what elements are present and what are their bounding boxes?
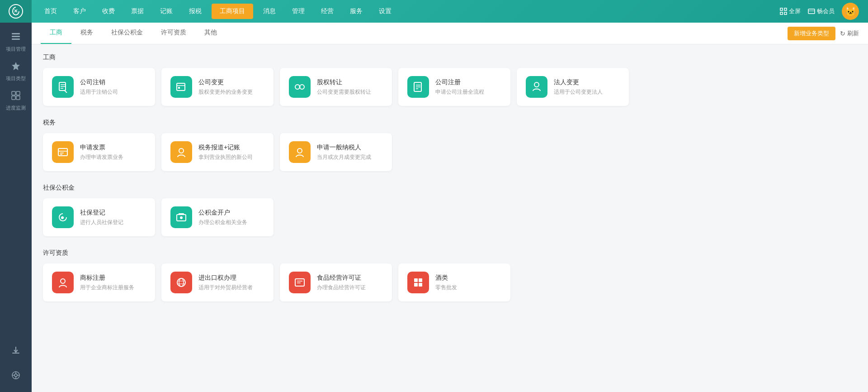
nav-item-bill[interactable]: 票据 [123,0,152,23]
card-fund-open[interactable]: 公积金开户 办理公积金相关业务 [161,198,274,236]
card-desc-import-export: 适用于对外贸易经营者 [198,284,253,292]
card-company-change[interactable]: 公司变更 股权变更外的业务变更 [161,68,274,106]
sidebar-item-progress[interactable]: 进度监测 [0,86,32,115]
sidebar-label-progress: 进度监测 [6,105,26,111]
svg-rect-7 [12,36,20,37]
card-text-legal-change: 法人变更 适用于公司变更法人 [554,78,603,96]
nav-item-service[interactable]: 服务 [342,0,371,23]
project-type-icon [11,61,21,73]
tab-tax[interactable]: 税务 [71,23,102,44]
card-liquor[interactable]: 酒类 零售批发 [398,263,510,301]
card-general-taxpayer[interactable]: 申请一般纳税人 当月或次月成变更完成 [280,133,392,171]
nav-item-settings[interactable]: 设置 [371,0,400,23]
svg-rect-0 [780,8,783,10]
card-title-company-register: 公司注册 [435,78,484,86]
nav-item-tax[interactable]: 报税 [181,0,210,23]
card-title-fund-open: 公积金开户 [198,209,247,217]
card-icon-company-change [170,76,192,98]
nav-menu: 首页 客户 收费 票据 记账 报税 工商项目 消息 管理 经营 服务 设置 [32,0,780,23]
tab-license[interactable]: 许可资质 [152,23,195,44]
svg-point-42 [297,148,302,153]
tabs-list: 工商 税务 社保公积金 许可资质 其他 [41,23,226,44]
card-text-food-license: 食品经营许可证 办理食品经营许可证 [317,274,366,292]
logo-icon [9,4,23,19]
cards-grid-social: 社保登记 进行人员社保登记 公积金开户 办理公积金相关业务 [43,198,857,236]
card-text-company-change: 公司变更 股权变更外的业务变更 [198,78,253,96]
svg-rect-8 [12,38,20,40]
svg-rect-2 [780,12,783,14]
tab-social-insurance[interactable]: 社保公积金 [102,23,152,44]
card-title-company-change: 公司变更 [198,78,253,86]
add-business-type-button[interactable]: 新增业务类型 [788,27,835,40]
nav-item-account[interactable]: 记账 [152,0,181,23]
card-equity-transfer[interactable]: 股权转让 公司变更需要股权转让 [280,68,392,106]
section-commerce: 工商 公司注销 适用于注销公司 [43,53,857,106]
card-icon-food-license [289,272,311,293]
fullscreen-button[interactable]: 全屏 [780,7,801,15]
main-layout: 项目管理 项目类型 进度监测 工商 [0,23,868,392]
card-invoice-apply[interactable]: 申请发票 办理申请发票业务 [43,133,155,171]
refresh-button[interactable]: ↻ 刷新 [840,29,859,38]
section-title-social-insurance: 社保公积金 [43,184,857,192]
sidebar-item-project-management[interactable]: 项目管理 [0,27,32,57]
card-desc-trademark: 用于企业商标注册服务 [80,284,134,292]
card-icon-general-taxpayer [289,141,311,163]
svg-point-48 [179,278,184,287]
card-company-cancel[interactable]: 公司注销 适用于注销公司 [43,68,155,106]
sidebar-bottom-download[interactable] [0,340,32,360]
cards-grid-commerce: 公司注销 适用于注销公司 公司变更 股权变更外的业务变更 [43,68,857,106]
card-legal-change[interactable]: 法人变更 适用于公司变更法人 [517,68,629,106]
nav-item-fee[interactable]: 收费 [94,0,123,23]
cards-grid-tax: 申请发票 办理申请发票业务 税务报道+记账 拿到营业执照的新公司 [43,133,857,171]
nav-item-home[interactable]: 首页 [36,0,65,23]
svg-rect-56 [414,283,418,287]
svg-rect-54 [414,278,418,282]
tab-other[interactable]: 其他 [195,23,226,44]
section-title-license: 许可资质 [43,249,857,257]
card-desc-legal-change: 适用于公司变更法人 [554,88,603,96]
card-icon-social-register [52,206,74,228]
card-title-equity-transfer: 股权转让 [317,78,371,86]
nav-item-message[interactable]: 消息 [255,0,284,23]
svg-point-46 [61,279,65,283]
section-tax: 税务 申请发票 办理申请发票业务 [43,119,857,171]
nav-item-manage[interactable]: 管理 [284,0,313,23]
card-import-export[interactable]: 进出口权办理 适用于对外贸易经营者 [161,263,274,301]
card-icon-company-register [407,76,429,98]
svg-rect-45 [179,213,184,215]
scroll-content[interactable]: 工商 公司注销 适用于注销公司 [32,44,868,392]
project-management-icon [11,32,21,44]
card-desc-tax-accounting: 拿到营业执照的新公司 [198,153,253,161]
svg-rect-26 [177,83,185,91]
card-company-register[interactable]: 公司注册 申请公司注册全流程 [398,68,510,106]
section-title-tax: 税务 [43,119,857,127]
cards-grid-license: 商标注册 用于企业商标注册服务 进出口权办理 适用于对外贸易经营者 [43,263,857,301]
card-food-license[interactable]: 食品经营许可证 办理食品经营许可证 [280,263,392,301]
vip-button[interactable]: 畅会员 [808,7,835,15]
nav-item-operation[interactable]: 经营 [313,0,342,23]
card-tax-accounting[interactable]: 税务报道+记账 拿到营业执照的新公司 [161,133,274,171]
card-icon-legal-change [526,76,547,98]
card-desc-general-taxpayer: 当月或次月成变更完成 [317,153,371,161]
sidebar-bottom-support[interactable] [0,365,32,385]
card-title-tax-accounting: 税务报道+记账 [198,143,253,152]
card-icon-invoice-apply [52,141,74,163]
tab-commerce[interactable]: 工商 [41,23,71,44]
card-trademark[interactable]: 商标注册 用于企业商标注册服务 [43,263,155,301]
card-text-company-cancel: 公司注销 适用于注销公司 [80,78,118,96]
svg-rect-6 [12,33,20,34]
card-icon-import-export [170,272,192,293]
sidebar-item-project-type[interactable]: 项目类型 [0,57,32,86]
svg-rect-1 [784,8,787,10]
nav-item-commerce[interactable]: 工商项目 [212,4,253,19]
card-title-legal-change: 法人变更 [554,78,603,86]
card-desc-social-register: 进行人员社保登记 [80,219,123,226]
sidebar-label-project-management: 项目管理 [6,46,26,52]
nav-item-client[interactable]: 客户 [65,0,94,23]
card-icon-tax-accounting [170,141,192,163]
tabs-actions: 新增业务类型 ↻ 刷新 [788,27,859,44]
mascot-avatar[interactable]: 🐱 [842,3,859,20]
card-social-register[interactable]: 社保登记 进行人员社保登记 [43,198,155,236]
card-title-general-taxpayer: 申请一般纳税人 [317,143,371,152]
logo[interactable] [0,0,32,23]
